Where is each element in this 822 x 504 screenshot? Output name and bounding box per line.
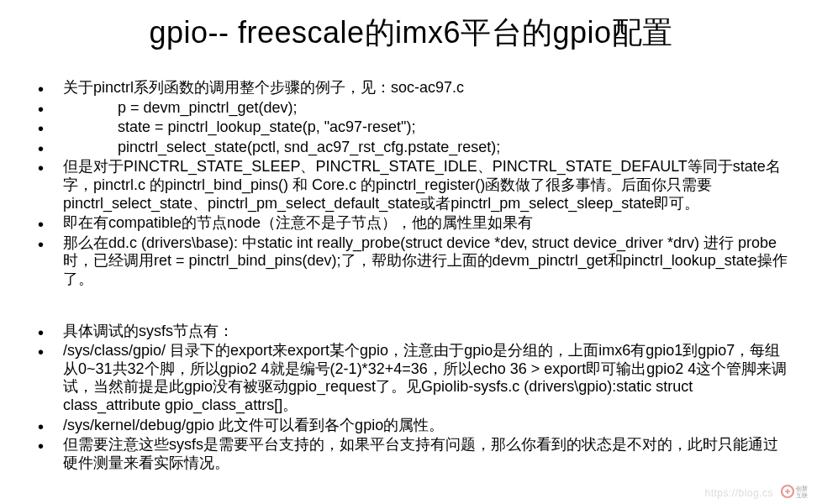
watermark-url: https://blog.cs	[704, 487, 773, 499]
svg-text:互联: 互联	[796, 492, 808, 499]
slide-title: gpio-- freescale的imx6平台的gpio配置	[29, 13, 793, 54]
bullet-list: 具体调试的sysfs节点有： /sys/class/gpio/ 目录下的expo…	[38, 323, 793, 473]
list-item-code: p = devm_pinctrl_get(dev);	[38, 99, 793, 118]
bullet-list: 关于pinctrl系列函数的调用整个步骤的例子，见：soc-ac97.c p =…	[38, 79, 793, 289]
list-item: 具体调试的sysfs节点有：	[38, 323, 793, 341]
slide-content: 关于pinctrl系列函数的调用整个步骤的例子，见：soc-ac97.c p =…	[29, 79, 793, 472]
list-item: 关于pinctrl系列函数的调用整个步骤的例子，见：soc-ac97.c	[38, 79, 793, 97]
list-item: /sys/kernel/debug/gpio 此文件可以看到各个gpio的属性。	[38, 417, 793, 435]
slide-container: gpio-- freescale的imx6平台的gpio配置 关于pinctrl…	[0, 0, 822, 482]
list-item: 那么在dd.c (drivers\base): 中static int real…	[38, 234, 793, 289]
spacer	[38, 291, 793, 323]
list-item: 但需要注意这些sysfs是需要平台支持的，如果平台支持有问题，那么你看到的状态是…	[38, 436, 793, 472]
list-item-code: pinctrl_select_state(pctl, snd_ac97_rst_…	[38, 139, 793, 157]
list-item: 即在有compatible的节点node（注意不是子节点），他的属性里如果有	[38, 214, 793, 233]
watermark-logo-icon: 创新 互联	[780, 482, 819, 501]
list-item: /sys/class/gpio/ 目录下的export来export某个gpio…	[38, 342, 793, 414]
list-item-code: state = pinctrl_lookup_state(p, "ac97-re…	[38, 118, 793, 137]
list-item: 但是对于PINCTRL_STATE_SLEEP、PINCTRL_STATE_ID…	[38, 158, 793, 213]
svg-text:创新: 创新	[796, 486, 808, 492]
